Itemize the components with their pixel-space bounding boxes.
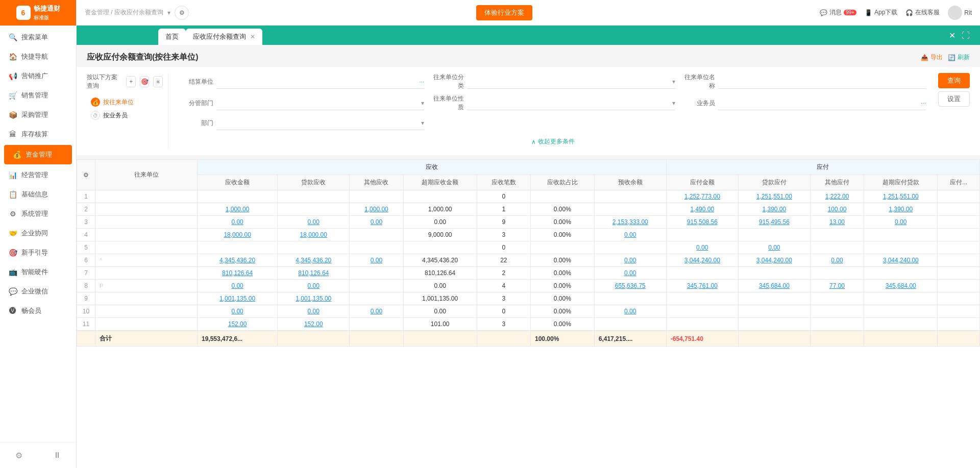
settings-button[interactable]: 设置: [938, 91, 970, 107]
export-button[interactable]: 📤 导出: [921, 53, 943, 62]
cell[interactable]: 0.00: [198, 280, 278, 292]
cell[interactable]: 0.00: [594, 267, 666, 280]
cell[interactable]: 0.00: [198, 305, 278, 318]
cell[interactable]: 1,001,135.00: [198, 292, 278, 305]
filter-by-staff[interactable]: ⏱ 按业务员: [91, 109, 163, 122]
sidebar-item-guide[interactable]: 🎯 新手引导: [0, 243, 76, 262]
cell[interactable]: 0.00: [278, 216, 350, 229]
cell[interactable]: 0.00: [278, 305, 350, 318]
user-avatar[interactable]: Rit: [948, 6, 972, 20]
online-service-btn[interactable]: 🎧 在线客服: [905, 8, 940, 17]
cell[interactable]: 345,684.00: [738, 280, 810, 292]
maximize-icon[interactable]: ⛶: [962, 31, 970, 40]
cell[interactable]: 345,684.00: [864, 280, 938, 292]
cell[interactable]: 0.00: [278, 280, 350, 292]
partner-nature-input[interactable]: ▾: [467, 96, 675, 110]
cell[interactable]: 915,508.56: [666, 216, 738, 229]
settlement-input[interactable]: ···: [216, 75, 424, 89]
cell[interactable]: 152.00: [198, 318, 278, 331]
cell[interactable]: 0.00: [350, 216, 403, 229]
cell[interactable]: 1,000.00: [198, 203, 278, 216]
sidebar-item-shortcut[interactable]: 🏠 快捷导航: [0, 47, 76, 66]
cell[interactable]: 4,345,436.20: [198, 254, 278, 267]
close-window-icon[interactable]: ✕: [949, 31, 955, 40]
cell[interactable]: 0.00: [350, 305, 403, 318]
cell[interactable]: 1,222.00: [810, 190, 864, 203]
cell[interactable]: 3,044,240.00: [864, 254, 938, 267]
cell[interactable]: 0.00: [594, 305, 666, 318]
cell[interactable]: 18,000.00: [198, 229, 278, 241]
cell[interactable]: 0.00: [810, 254, 864, 267]
collapse-scheme-btn[interactable]: «: [153, 76, 163, 87]
cell[interactable]: 1,001,135.00: [278, 292, 350, 305]
cell[interactable]: 100.00: [810, 203, 864, 216]
cell[interactable]: 2,153,333.00: [594, 216, 666, 229]
sidebar-item-wechat[interactable]: 💬 企业微信: [0, 282, 76, 301]
collapse-icon[interactable]: ⏸: [50, 448, 65, 463]
sidebar-item-member[interactable]: 🅥 畅会员: [0, 301, 76, 321]
table-wrapper[interactable]: ⚙ 往来单位 应收 应付 应收金额 贷款应收 其他应收 超期应收金额 应收笔数: [77, 159, 980, 468]
sidebar-item-fund[interactable]: 💰 资金管理: [4, 145, 72, 164]
app-download-btn[interactable]: 📱 App下载: [865, 8, 897, 17]
cell[interactable]: 18,000.00: [278, 229, 350, 241]
cell[interactable]: 1,252,773.00: [666, 190, 738, 203]
promo-button[interactable]: 体验行业方案: [476, 5, 532, 20]
cell[interactable]: 0.00: [198, 216, 278, 229]
sidebar-item-base[interactable]: 📋 基础信息: [0, 185, 76, 204]
settings-col-header[interactable]: ⚙: [77, 160, 95, 190]
cell[interactable]: 3,044,240.00: [666, 254, 738, 267]
footer-ar-advance[interactable]: 6,417,215....: [594, 331, 666, 347]
cell[interactable]: 1,000.00: [350, 203, 403, 216]
refresh-button[interactable]: 🔄 刷新: [948, 53, 970, 62]
partner-category-input[interactable]: ▾: [467, 75, 675, 89]
cell[interactable]: 810,126.64: [278, 267, 350, 280]
cell[interactable]: 152.00: [278, 318, 350, 331]
cell[interactable]: 1,390.00: [864, 203, 938, 216]
edit-scheme-btn[interactable]: 🎯: [140, 76, 150, 87]
sidebar-item-purchase[interactable]: 📦 采购管理: [0, 105, 76, 125]
cell[interactable]: 0.00: [738, 241, 810, 254]
cell[interactable]: 0.00: [350, 254, 403, 267]
query-button[interactable]: 查询: [938, 73, 970, 88]
sidebar-label-inventory: 库存核算: [21, 130, 48, 139]
sidebar-item-collab[interactable]: 🤝 企业协同: [0, 224, 76, 243]
sidebar-item-operation[interactable]: 📊 经营管理: [0, 165, 76, 185]
cell[interactable]: 3,044,240.00: [738, 254, 810, 267]
tab-close-icon[interactable]: ✕: [250, 33, 255, 40]
cell[interactable]: 0.00: [594, 229, 666, 241]
partner-name-input[interactable]: [718, 75, 926, 89]
cell[interactable]: 345,761.00: [666, 280, 738, 292]
sidebar-item-marketing[interactable]: 📢 营销推广: [0, 66, 76, 86]
cell[interactable]: 77.00: [810, 280, 864, 292]
cell[interactable]: 0.00: [594, 254, 666, 267]
cell[interactable]: 810,126.64: [198, 267, 278, 280]
cell[interactable]: 4,345,436.20: [278, 254, 350, 267]
footer-ar-amount[interactable]: 19,553,472,6...: [198, 331, 278, 347]
cell[interactable]: 915,495.56: [738, 216, 810, 229]
collapse-conditions-btn[interactable]: ∧ 收起更多条件: [180, 134, 926, 149]
cell[interactable]: 1,251,551.00: [738, 190, 810, 203]
dept-manager-input[interactable]: ▾: [216, 96, 424, 110]
cell[interactable]: 13.00: [810, 216, 864, 229]
cell[interactable]: 655,636.75: [594, 280, 666, 292]
messages-btn[interactable]: 💬 消息 99+: [820, 8, 856, 17]
sidebar-item-system[interactable]: ⚙ 系统管理: [0, 204, 76, 224]
cell[interactable]: 0.00: [666, 241, 738, 254]
cell[interactable]: 1,251,551.00: [864, 190, 938, 203]
sidebar-item-device[interactable]: 📺 智能硬件: [0, 262, 76, 282]
filter-by-partner[interactable]: 💰 按往来单位: [91, 95, 163, 109]
sidebar-item-inventory[interactable]: 🏛 库存核算: [0, 125, 76, 144]
salesperson-input[interactable]: ···: [718, 96, 926, 110]
settings-bottom-icon[interactable]: ⚙: [11, 448, 27, 463]
sidebar-item-sales[interactable]: 🛒 销售管理: [0, 86, 76, 105]
sidebar-item-search[interactable]: 🔍 搜索菜单: [0, 28, 76, 47]
dept-input[interactable]: ▾: [216, 116, 424, 130]
add-scheme-btn[interactable]: +: [126, 76, 136, 87]
cell[interactable]: 1,390.00: [738, 203, 810, 216]
cell[interactable]: 0.00: [864, 216, 938, 229]
tab-ar-ap[interactable]: 应收应付余额查询 ✕: [186, 29, 262, 45]
sidebar-label-shortcut: 快捷导航: [21, 52, 48, 61]
topbar-settings-icon[interactable]: ⚙: [175, 6, 189, 20]
cell[interactable]: 1,490.00: [666, 203, 738, 216]
tab-home[interactable]: 首页: [158, 29, 186, 45]
